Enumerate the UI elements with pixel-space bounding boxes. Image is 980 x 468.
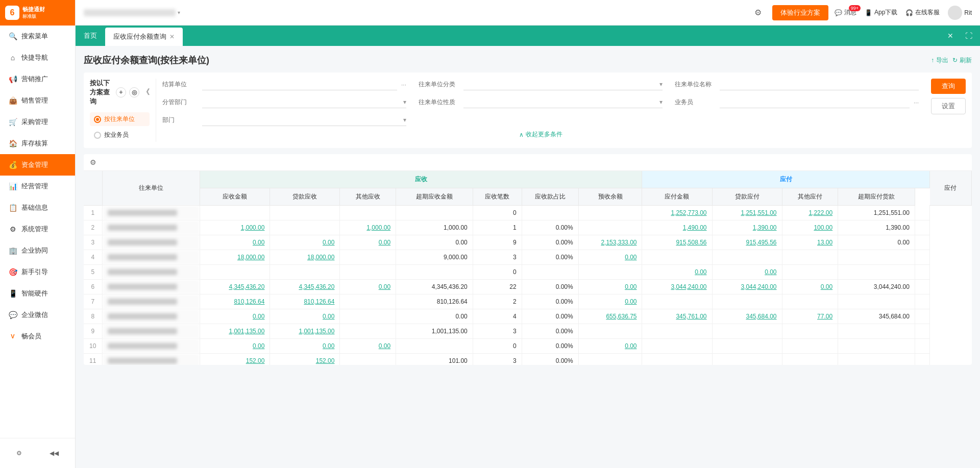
cell-ap-col xyxy=(915,250,929,265)
tab-home[interactable]: 首页 xyxy=(76,26,105,46)
cell-link[interactable]: 13.00 xyxy=(817,239,832,246)
cell-link[interactable]: 0.00 xyxy=(821,283,832,290)
tab-ar-ap[interactable]: 应收应付余额查询 ✕ xyxy=(105,28,183,46)
collapse-filter-icon[interactable]: 《 xyxy=(142,88,150,97)
cell-link[interactable]: 1,000.00 xyxy=(241,224,265,231)
cell-link[interactable]: 0.00 xyxy=(253,239,264,246)
cell-link[interactable]: 3,044,240.00 xyxy=(741,283,776,290)
cell-link[interactable]: 0.00 xyxy=(253,342,264,350)
sidebar-item-guide[interactable]: 🎯 新手引导 xyxy=(0,261,75,283)
settings-button[interactable]: 设置 xyxy=(931,98,966,114)
cell-link[interactable]: 0.00 xyxy=(253,313,264,320)
cell-link[interactable]: 0.00 xyxy=(379,283,390,290)
settings-filter-button[interactable]: ◎ xyxy=(129,87,139,97)
sidebar-item-wechat[interactable]: 💬 企业微信 xyxy=(0,304,75,326)
query-button[interactable]: 查询 xyxy=(931,79,966,94)
cell-link[interactable]: 1,001,135.00 xyxy=(229,328,264,335)
sidebar-item-inventory[interactable]: 🏠 库存核算 xyxy=(0,133,75,154)
branch-select[interactable]: ▾ xyxy=(202,114,406,126)
sidebar-item-operations[interactable]: 📊 经营管理 xyxy=(0,176,75,197)
maximize-icon[interactable]: ⛶ xyxy=(962,29,976,43)
cell-link[interactable]: 2,153,333.00 xyxy=(601,239,636,246)
query-type-panel: 按以下方案查询 + ◎ 《 按往来单位 按业务员 xyxy=(90,79,156,142)
cell-link[interactable]: 0.00 xyxy=(323,342,334,350)
promo-button[interactable]: 体验行业方案 xyxy=(772,5,828,20)
dept-select[interactable]: ▾ xyxy=(202,96,406,108)
sidebar-item-search-menu[interactable]: 🔍 搜索菜单 xyxy=(0,26,75,47)
cell-link[interactable]: 152.00 xyxy=(246,357,265,364)
cell-link[interactable]: 0.00 xyxy=(625,283,636,290)
cell-link[interactable]: 345,684.00 xyxy=(746,313,776,320)
message-button[interactable]: 💬 消息 99+ xyxy=(835,8,856,17)
salesperson-dots[interactable]: ··· xyxy=(914,99,919,106)
cell-link[interactable]: 0.00 xyxy=(323,313,334,320)
cell-link[interactable]: 152.00 xyxy=(316,357,335,364)
sidebar-item-system[interactable]: ⚙ 系统管理 xyxy=(0,218,75,240)
cell-link[interactable]: 4,345,436.20 xyxy=(299,283,334,290)
table-scroll[interactable]: 往来单位 应收 应付 应付 应收金额 贷款应收 其他应收 超期应收金额 应收笔数… xyxy=(84,171,972,365)
cell-link[interactable]: 77.00 xyxy=(817,313,832,320)
cell-link[interactable]: 1,001,135.00 xyxy=(299,328,334,335)
settings-btn[interactable]: ⚙ xyxy=(8,445,30,462)
cell-link[interactable]: 18,000.00 xyxy=(237,254,264,261)
sidebar-item-base-info[interactable]: 📋 基础信息 xyxy=(0,197,75,218)
sidebar-item-marketing[interactable]: 📢 营销推广 xyxy=(0,68,75,90)
cell-link[interactable]: 915,508.56 xyxy=(676,239,706,246)
chevron-down-icon[interactable]: ▾ xyxy=(178,10,180,15)
settlement-unit-input[interactable] xyxy=(202,79,397,90)
cell-link[interactable]: 1,390.00 xyxy=(753,224,777,231)
operations-icon: 📊 xyxy=(8,182,17,191)
sidebar-item-sales[interactable]: 👜 销售管理 xyxy=(0,90,75,111)
add-filter-button[interactable]: + xyxy=(116,87,126,97)
query-type-by-salesperson[interactable]: 按业务员 xyxy=(90,128,150,142)
cell-link[interactable]: 0.00 xyxy=(625,254,636,261)
cell-link[interactable]: 1,000.00 xyxy=(366,224,390,231)
cell-link[interactable]: 1,251,551.00 xyxy=(741,209,776,216)
sidebar-item-finance[interactable]: 💰 资金管理 xyxy=(0,154,75,176)
cell-link[interactable]: 0.00 xyxy=(323,239,334,246)
cell-link[interactable]: 0.00 xyxy=(625,342,636,350)
service-button[interactable]: 🎧 在线客服 xyxy=(905,8,940,17)
settlement-unit-dots[interactable]: ··· xyxy=(401,81,406,88)
partner-category-select[interactable]: ▾ xyxy=(463,79,663,90)
close-window-icon[interactable]: ✕ xyxy=(943,29,958,43)
cell-ar-ratio: 0.00% xyxy=(522,280,578,294)
sidebar-item-member[interactable]: V 畅会员 xyxy=(0,326,75,347)
collapse-conditions-button[interactable]: ∧ 收起更多条件 xyxy=(162,130,919,139)
cell-link[interactable]: 0.00 xyxy=(625,298,636,305)
export-button[interactable]: ↑ 导出 xyxy=(931,56,948,65)
refresh-button[interactable]: ↻ 刷新 xyxy=(952,56,972,65)
partner-name-input[interactable] xyxy=(720,79,919,90)
cell-link[interactable]: 1,490.00 xyxy=(683,224,707,231)
member-icon: V xyxy=(8,332,17,341)
cell-link[interactable]: 915,495.56 xyxy=(746,239,776,246)
cell-link[interactable]: 4,345,436.20 xyxy=(229,283,264,290)
cell-link[interactable]: 100.00 xyxy=(814,224,832,231)
gear-icon[interactable]: ⚙ xyxy=(750,5,766,21)
sidebar-item-quick-nav[interactable]: ⌂ 快捷导航 xyxy=(0,47,75,68)
logo-icon: 6 xyxy=(5,6,19,20)
salesperson-input[interactable] xyxy=(720,96,910,108)
query-type-by-partner[interactable]: 按往来单位 xyxy=(90,112,150,126)
collapse-btn[interactable]: ◀◀ xyxy=(41,445,67,462)
sidebar-item-purchase[interactable]: 🛒 采购管理 xyxy=(0,111,75,133)
cell-link[interactable]: 18,000.00 xyxy=(307,254,334,261)
cell-link[interactable]: 3,044,240.00 xyxy=(671,283,706,290)
cell-link[interactable]: 1,222.00 xyxy=(808,209,832,216)
cell-link[interactable]: 655,636.75 xyxy=(606,313,636,320)
cell-link[interactable]: 810,126.64 xyxy=(234,298,264,305)
tab-close-icon[interactable]: ✕ xyxy=(169,33,175,40)
partner-type-select[interactable]: ▾ xyxy=(463,96,663,108)
sidebar-item-smart-hw[interactable]: 📱 智能硬件 xyxy=(0,283,75,304)
cell-link[interactable]: 1,252,773.00 xyxy=(671,209,706,216)
cell-link[interactable]: 0.00 xyxy=(379,239,390,246)
table-settings-icon[interactable]: ⚙ xyxy=(90,158,96,166)
cell-link[interactable]: 345,761.00 xyxy=(676,313,706,320)
user-menu[interactable]: Rit xyxy=(948,6,972,20)
cell-link[interactable]: 810,126.64 xyxy=(304,298,334,305)
cell-link[interactable]: 0.00 xyxy=(379,342,390,350)
app-download-button[interactable]: 📱 App下载 xyxy=(865,8,897,17)
cell-link[interactable]: 0.00 xyxy=(765,268,776,276)
sidebar-item-enterprise[interactable]: 🏢 企业协同 xyxy=(0,240,75,261)
cell-link[interactable]: 0.00 xyxy=(695,268,706,276)
